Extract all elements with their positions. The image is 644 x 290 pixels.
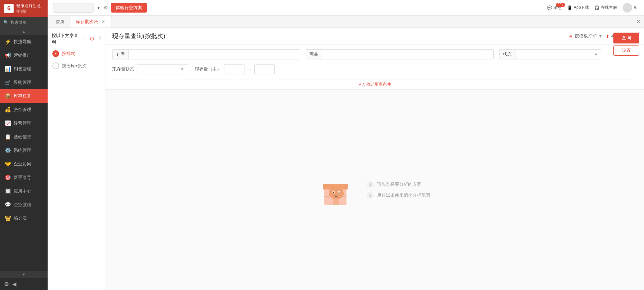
collapse-label: 收起更多条件	[367, 82, 391, 87]
plan-item-by-batch[interactable]: ● 按批次	[48, 48, 105, 60]
print-action[interactable]: 🖨 按模板打印 ▼	[569, 33, 603, 39]
topbar-search-input[interactable]	[53, 3, 94, 13]
tab-home[interactable]: 首页	[51, 17, 69, 27]
filter-row-second: 现存量状态 ▼ 现存量（主） —	[112, 64, 637, 79]
product-field: 商品 ···	[306, 49, 494, 59]
print-dropdown-icon[interactable]: ▼	[598, 34, 603, 39]
sidebar-settings-btn[interactable]: ⚙	[4, 281, 9, 287]
plan-label-by-batch: 按批次	[62, 51, 75, 57]
wechat-icon: 💬	[5, 202, 11, 208]
svg-point-3	[329, 187, 344, 199]
stock-qty-to[interactable]	[254, 64, 275, 74]
dash-separator: —	[247, 67, 252, 72]
close-panel-btn[interactable]: ✕	[636, 18, 641, 25]
sidebar-label-finance: 资金管理	[14, 107, 31, 113]
collapse-trigger[interactable]: ∧∧ 收起更多条件	[112, 79, 637, 89]
sidebar-item-members[interactable]: 👑 畅会员	[0, 212, 48, 225]
sidebar-item-sales[interactable]: 📊 销售管理	[0, 62, 48, 76]
hint-text-2: 用过滤条件来缩小分析范围	[377, 192, 430, 198]
experience-button[interactable]: 体验行业方案	[111, 3, 147, 13]
topbar: ▼ ⚙ 体验行业方案 💬 消息 99+ 📱 App下载 🎧 在线客服 Rit	[48, 0, 644, 16]
sidebar-label-members: 畅会员	[14, 215, 27, 221]
sidebar-item-quick-nav[interactable]: ⚡ 快捷导航	[0, 35, 48, 49]
system-icon: ⚙️	[5, 147, 11, 153]
hints-list: 1 请先选择要分析的方案 2 用过滤条件来缩小分析范围	[367, 181, 430, 199]
tab-close-button[interactable]: ✕	[100, 18, 107, 25]
sidebar-label-sales: 销售管理	[14, 66, 31, 72]
stock-status-label: 现存量状态	[112, 66, 134, 72]
sidebar-item-operations[interactable]: 📈 经营管理	[0, 116, 48, 130]
settings-plan-icon[interactable]: ⊙	[90, 35, 94, 42]
left-panel-icons: ＋ ⊙ 《	[82, 35, 101, 42]
product-more-icon[interactable]: ···	[482, 52, 493, 57]
topbar-gear-icon[interactable]: ⚙	[103, 4, 108, 11]
hint-row-1: 1 请先选择要分析的方案	[367, 181, 430, 188]
sidebar-item-system[interactable]: ⚙️ 系统管理	[0, 144, 48, 157]
add-plan-icon[interactable]: ＋	[82, 35, 88, 42]
warehouse-more-icon[interactable]: ···	[289, 52, 300, 57]
page-header: 现存量查询(按批次) 🖨 按模板打印 ▼ ⬆ 导出 ↺ 刷新	[105, 28, 644, 44]
user-avatar	[623, 3, 632, 13]
app-logo: 6	[4, 4, 14, 13]
sidebar: 6 畅康通好生意 标准版 🔍 搜索菜单 ▲ ⚡ 快捷导航 📢 营销推广 📊 销售…	[0, 0, 48, 290]
finance-icon: 💰	[5, 107, 11, 113]
collapse-panel-icon[interactable]: 《	[96, 35, 101, 42]
hint-num-2: 2	[367, 192, 374, 199]
sidebar-label-inventory: 库存核算	[14, 93, 31, 99]
sidebar-item-apps[interactable]: 🔲 应用中心	[0, 184, 48, 198]
warehouse-label: 仓库	[113, 50, 129, 59]
sidebar-item-enterprise[interactable]: 🤝 企业协同	[0, 157, 48, 171]
stock-status-select[interactable]: ▼	[137, 64, 188, 74]
plan-icon-by-batch: ●	[52, 50, 59, 57]
sidebar-collapse-btn[interactable]: ◀	[12, 281, 16, 287]
query-button[interactable]: 查询	[613, 33, 639, 43]
plan-item-by-warehouse-batch[interactable]: ○ 按仓库+批次	[48, 60, 105, 72]
page-content-wrapper: 现存量查询(按批次) 🖨 按模板打印 ▼ ⬆ 导出 ↺ 刷新	[105, 28, 644, 290]
purchase-icon: 🛒	[5, 79, 11, 86]
headset-icon: 🎧	[594, 5, 599, 10]
app-version: 标准版	[16, 9, 41, 14]
sidebar-item-inventory[interactable]: 📦 库存核算	[0, 89, 48, 103]
app-download-item[interactable]: 📱 App下载	[567, 5, 589, 11]
hint-text-1: 请先选择要分析的方案	[377, 181, 421, 187]
tab-inventory-batch[interactable]: 库存批次账 ✕	[71, 16, 112, 28]
topbar-dropdown[interactable]: ▼	[97, 5, 101, 10]
status-arrow-icon[interactable]: ▼	[591, 52, 601, 57]
sidebar-label-marketing: 营销推广	[14, 52, 31, 58]
user-profile-item[interactable]: Rit	[623, 3, 639, 13]
sidebar-nav: ⚡ 快捷导航 📢 营销推广 📊 销售管理 🛒 采购管理 📦 库存核算 💰 资金管…	[0, 35, 48, 271]
empty-illustration	[319, 171, 353, 209]
sidebar-item-marketing[interactable]: 📢 营销推广	[0, 49, 48, 62]
sidebar-item-purchase[interactable]: 🛒 采购管理	[0, 76, 48, 89]
sidebar-scroll-up[interactable]: ▲	[0, 28, 48, 35]
sidebar-label-apps: 应用中心	[14, 188, 31, 194]
online-service-item[interactable]: 🎧 在线客服	[594, 5, 617, 11]
results-area: 1 请先选择要分析的方案 2 用过滤条件来缩小分析范围	[105, 90, 644, 290]
sidebar-item-guide[interactable]: 🎯 新手引导	[0, 171, 48, 184]
stock-qty-from[interactable]	[224, 64, 244, 74]
plan-icon-by-warehouse-batch: ○	[52, 62, 59, 69]
quick-nav-icon: ⚡	[5, 39, 11, 45]
basics-icon: 📋	[5, 134, 11, 140]
sales-icon: 📊	[5, 66, 11, 72]
sidebar-label-wechat: 企业微信	[14, 202, 31, 208]
online-service-label: 在线客服	[601, 5, 617, 11]
sidebar-item-wechat[interactable]: 💬 企业微信	[0, 198, 48, 212]
sidebar-header: 6 畅康通好生意 标准版	[0, 0, 48, 17]
filter-settings-button[interactable]: 设置	[613, 46, 639, 56]
status-label: 状态	[499, 50, 515, 59]
sidebar-item-finance[interactable]: 💰 资金管理	[0, 103, 48, 116]
sidebar-scroll-down[interactable]: ▼	[0, 271, 48, 278]
topbar-right: 💬 消息 99+ 📱 App下载 🎧 在线客服 Rit	[547, 3, 639, 13]
svg-point-6	[333, 192, 334, 193]
sidebar-item-basics[interactable]: 📋 基础信息	[0, 130, 48, 144]
status-field: 状态 ▼	[499, 49, 601, 59]
sidebar-footer: ⚙ ◀	[0, 278, 48, 290]
search-icon: 🔍	[3, 20, 9, 25]
sidebar-label-purchase: 采购管理	[14, 79, 31, 86]
search-menu-item[interactable]: 🔍 搜索菜单	[0, 17, 48, 28]
messages-item[interactable]: 💬 消息 99+	[547, 5, 562, 11]
left-panel-header: 按以下方案查询 ＋ ⊙ 《	[48, 31, 105, 48]
message-icon: 💬	[547, 5, 552, 10]
sidebar-label-basics: 基础信息	[14, 134, 31, 140]
